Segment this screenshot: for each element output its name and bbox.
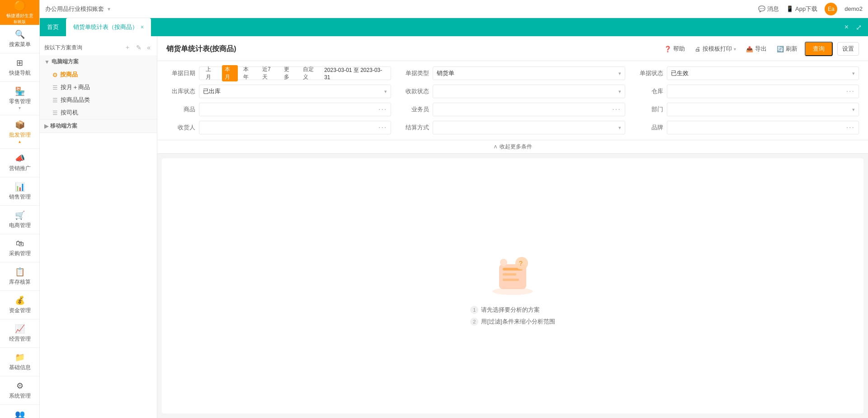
goods-label: 商品 [166,105,199,114]
export-button[interactable]: 📤 导出 [743,43,769,54]
ops-icon: 📈 [15,324,25,334]
scheme-item-category[interactable]: ☰ 按商品品类 [40,94,157,106]
edit-scheme-button[interactable]: ✎ [134,43,143,52]
query-button[interactable]: 查询 [805,42,833,56]
date-label: 单据日期 [166,69,199,77]
page-title: 销货单统计表(按商品) [166,44,661,54]
filter-row-1: 单据日期 上月 本月 本年 近7天 更多 自定义 2023-03-01 至 20… [166,66,859,80]
logo-text: 畅捷通好生意 [6,13,33,19]
sidebar-label-finance: 资金管理 [9,307,31,314]
payment-method-control[interactable]: ▾ [433,121,625,134]
sidebar-item-basic[interactable]: 📁 基础信息 [0,348,40,376]
sidebar-item-quick[interactable]: ⊞ 快捷导航 [0,53,40,82]
sidebar-label-ops: 经营管理 [9,335,31,343]
scheme-item-goods[interactable]: ⊙ 按商品 [40,68,157,81]
date-custom-button[interactable]: 自定义 [300,65,321,81]
salesperson-dots-icon: ··· [612,105,621,114]
department-dropdown-icon: ▾ [852,107,855,113]
help-button[interactable]: ❓ 帮助 [661,43,688,54]
receiver-control[interactable]: ··· [199,121,391,134]
list-icon-3: ☰ [52,109,58,116]
tip-num-2: 2 [470,318,478,326]
app-download-button[interactable]: 📱 App下载 [786,5,817,13]
mobile-section-title[interactable]: ▶ 移动端方案 [40,119,157,133]
sidebar-item-wholesale[interactable]: 📦 批发管理 ▴ [0,115,40,149]
tab-home[interactable]: 首页 [40,18,66,36]
date-filter[interactable]: 上月 本月 本年 近7天 更多 自定义 2023-03-01 至 2023-03… [199,66,391,80]
warehouse-control[interactable]: ··· [667,85,859,98]
date-this-month-button[interactable]: 本月 [222,65,238,81]
sidebar-item-retail[interactable]: 🏪 零售管理 ▾ [0,82,40,115]
collapse-bar[interactable]: ∧ 收起更多条件 [157,140,868,154]
sidebar-item-ecom[interactable]: 🛒 电商管理 [0,206,40,234]
tab-current-label: 销货单统计表（按商品） [73,23,138,31]
industry-label: 办公用品行业模拟账套 [45,5,104,13]
sidebar-item-enterprise[interactable]: 👥 企业协同 [0,405,40,418]
print-label: 按模板打印 [703,45,732,53]
date-more-button[interactable]: 更多 [281,65,297,81]
scheme-item-driver[interactable]: ☰ 按司机 [40,106,157,119]
print-button[interactable]: 🖨 按模板打印 ▾ [692,43,739,54]
add-scheme-button[interactable]: ＋ [123,43,132,52]
date-this-year-button[interactable]: 本年 [241,65,257,81]
svg-rect-4 [503,279,519,281]
logo-icon: 🟠 [14,0,26,12]
empty-tip-2: 2 用[过滤]条件来缩小分析范围 [470,318,555,326]
receive-status-control[interactable]: ▾ [433,85,625,98]
collapse-panel-button[interactable]: « [145,43,152,52]
section-arrow-icon: ▼ [44,59,50,65]
top-header: 办公用品行业模拟账套 ▾ 💬 消息 📱 App下载 Ea demo2 [40,0,868,18]
tip-text-2: 用[过滤]条件来缩小分析范围 [481,318,555,326]
receive-status-dropdown-icon: ▾ [618,89,621,95]
user-name: demo2 [844,5,863,12]
date-7days-button[interactable]: 近7天 [259,65,278,81]
goods-control[interactable]: ··· [199,103,391,116]
date-last-month-button[interactable]: 上月 [203,65,219,81]
dropdown-icon[interactable]: ▾ [108,6,110,12]
sidebar-item-marketing[interactable]: 📣 营销推广 [0,149,40,177]
sidebar-item-finance[interactable]: 💰 资金管理 [0,291,40,319]
sidebar-label-retail: 零售管理 [9,98,31,105]
svg-rect-3 [503,273,516,276]
salesperson-control[interactable]: ··· [433,103,625,116]
settings-button[interactable]: 设置 [837,42,859,56]
sidebar-item-sales[interactable]: 📊 销售管理 [0,177,40,206]
doc-type-control[interactable]: 销货单 ▾ [433,66,625,80]
sidebar-label-system: 系统管理 [9,392,31,400]
tab-current[interactable]: 销货单统计表（按商品） × [66,18,151,36]
sidebar-logo[interactable]: 🟠 畅捷通好生意 标账版 [0,0,40,25]
filter-row-2: 出库状态 已出库 ▾ 收款状态 ▾ 仓库 ··· [166,85,859,98]
receive-status-label: 收款状态 [400,87,433,95]
out-status-control[interactable]: 已出库 ▾ [199,85,391,98]
refresh-button[interactable]: 🔄 刷新 [774,43,800,54]
doc-status-dropdown-icon: ▾ [852,71,855,76]
sidebar-item-system[interactable]: ⚙ 系统管理 [0,376,40,405]
warehouse-label: 仓库 [634,87,667,95]
brand-control[interactable]: ··· [667,121,859,134]
scheme-item-month-goods[interactable]: ☰ 按月＋商品 [40,81,157,94]
department-label: 部门 [634,105,667,114]
ecom-icon: 🛒 [15,210,25,220]
doc-status-control[interactable]: 已生效 ▾ [667,66,859,80]
tab-close-button[interactable]: × [842,21,851,33]
desktop-section-title[interactable]: ▼ 电脑端方案 [40,55,157,68]
search-icon: 🔍 [15,29,25,39]
message-button[interactable]: 💬 消息 [758,5,779,13]
sidebar-item-search[interactable]: 🔍 搜索菜单 [0,25,40,53]
sidebar-label-inventory: 库存核算 [9,278,31,286]
sidebar-item-inventory[interactable]: 📋 库存核算 [0,262,40,291]
out-status-value: 已出库 [203,87,384,95]
help-icon: ❓ [664,46,671,52]
date-range-text: 2023-03-01 至 2023-03-31 [324,66,387,81]
sidebar-item-ops[interactable]: 📈 经营管理 [0,319,40,348]
basic-icon: 📁 [15,352,25,362]
avatar[interactable]: Ea [825,3,837,15]
sidebar-label-basic: 基础信息 [9,364,31,371]
sidebar-item-purchase[interactable]: 🛍 采购管理 [0,234,40,262]
salesperson-label: 业务员 [400,105,433,114]
department-control[interactable]: ▾ [667,103,859,116]
tab-close-icon[interactable]: × [141,24,144,30]
print-dropdown-icon: ▾ [734,47,736,52]
sidebar-label-purchase: 采购管理 [9,250,31,257]
tab-maximize-button[interactable]: ⤢ [853,21,864,33]
